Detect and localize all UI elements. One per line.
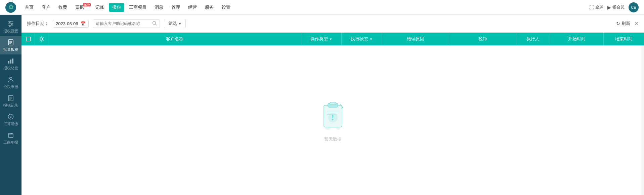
empty-state: ! 暂无数据: [318, 99, 348, 142]
svg-point-28: [41, 38, 43, 40]
top-nav-right: ⛶ 全屏 ▶ 畅会员 CE: [589, 2, 639, 12]
settlement-icon: ¥: [7, 113, 14, 120]
svg-rect-23: [10, 133, 10, 134]
svg-rect-12: [8, 61, 9, 64]
search-input[interactable]: [96, 21, 150, 26]
svg-point-39: [336, 128, 340, 129]
search-wrapper: [93, 20, 160, 28]
overview-icon: [7, 57, 14, 65]
sort-icon-status: ▼: [370, 37, 373, 41]
filter-label: 筛选: [168, 21, 177, 27]
svg-rect-31: [330, 102, 336, 105]
close-button[interactable]: ✕: [634, 21, 639, 26]
sidebar-label-baoshui-jilu: 报税记录: [3, 103, 18, 108]
svg-text:¥: ¥: [9, 115, 12, 119]
nav-bookkeeping[interactable]: 记账: [92, 3, 108, 12]
svg-point-5: [9, 21, 10, 23]
nav-items: 首页 客户 收费 票据 new 记账 报税 工商项目 消息 管理 经营 服务 设…: [22, 3, 589, 12]
content-area: 操作日期： 2023-06-06 📅 筛选 ▼ ↻: [22, 15, 644, 195]
filter-button[interactable]: 筛选 ▼: [164, 19, 186, 28]
header-checkbox[interactable]: [26, 37, 31, 41]
sidebar-label-baoshui-shezhi: 报税设置: [3, 29, 18, 33]
sidebar-item-huisuan-jiaona[interactable]: ¥ 汇算清缴: [0, 110, 22, 129]
main-layout: 报税设置 批量报税 报税总览: [0, 15, 644, 195]
svg-point-6: [11, 23, 12, 25]
batch-tax-icon: [7, 39, 14, 46]
fullscreen-label: 全屏: [595, 4, 603, 10]
nav-message[interactable]: 消息: [151, 3, 167, 12]
sidebar-item-geshui-shenbao[interactable]: 个税申报: [0, 73, 22, 92]
sidebar-label-gongshang-nianbao: 工商年报: [3, 140, 18, 145]
sort-icon-operation: ▼: [329, 37, 333, 41]
nav-tax[interactable]: 报税: [109, 3, 124, 12]
nav-business[interactable]: 工商项目: [126, 3, 150, 12]
svg-rect-24: [11, 133, 12, 134]
member-btn[interactable]: ▶ 畅会员: [607, 4, 625, 10]
svg-rect-13: [10, 60, 11, 64]
svg-rect-22: [8, 133, 13, 138]
avatar[interactable]: CE: [629, 2, 639, 12]
sidebar-item-baoshui-jilu[interactable]: 报税记录: [0, 92, 22, 110]
member-label: 畅会员: [612, 4, 625, 10]
fullscreen-icon: ⛶: [589, 5, 594, 10]
chevron-down-icon: ▼: [178, 22, 182, 26]
table-body: ! 暂无数据: [22, 45, 644, 195]
data-table: 客户名称 操作类型 ▼ 执行状态 ▼ 错误原因 税种 执行人 开始时间 结束时间: [22, 33, 644, 195]
nav-service[interactable]: 服务: [202, 3, 217, 12]
nav-invoice[interactable]: 票据 new: [72, 3, 91, 12]
th-tax-type: 税种: [449, 33, 516, 45]
th-start-time: 开始时间: [550, 33, 604, 45]
scrollbar[interactable]: [641, 45, 644, 195]
nav-operation[interactable]: 经营: [185, 3, 200, 12]
person-tax-icon: [7, 76, 14, 83]
annual-report-icon: [7, 131, 14, 139]
sidebar-item-piliang-baoshui[interactable]: 批量报税: [0, 36, 22, 54]
th-executor: 执行人: [516, 33, 550, 45]
sidebar-item-gongshang-nianbao[interactable]: 工商年报: [0, 129, 22, 147]
member-icon: ▶: [607, 5, 611, 10]
toolbar: 操作日期： 2023-06-06 📅 筛选 ▼ ↻: [22, 15, 644, 33]
sidebar-item-baoshui-zonlan[interactable]: 报税总览: [0, 54, 22, 73]
nav-fee[interactable]: 收费: [55, 3, 71, 12]
settings-icon: [7, 20, 14, 28]
refresh-icon: ↻: [616, 21, 620, 26]
nav-settings[interactable]: 设置: [218, 3, 234, 12]
date-picker[interactable]: 2023-06-06 📅: [53, 20, 89, 28]
nav-manage[interactable]: 管理: [168, 3, 183, 12]
record-icon: [7, 94, 14, 102]
sidebar-label-piliang-baoshui: 批量报税: [3, 47, 18, 52]
sidebar-label-geshui-shenbao: 个税申报: [3, 85, 18, 89]
nav-home[interactable]: 首页: [22, 3, 37, 12]
app-logo[interactable]: ✿: [5, 2, 16, 13]
svg-text:!: !: [332, 114, 334, 121]
fullscreen-btn[interactable]: ⛶ 全屏: [589, 4, 603, 10]
new-badge: new: [83, 3, 91, 6]
th-checkbox[interactable]: [22, 33, 35, 45]
date-label: 操作日期：: [27, 21, 49, 27]
th-operation-type[interactable]: 操作类型 ▼: [301, 33, 342, 45]
sidebar-label-huisuan-jiaona: 汇算清缴: [3, 122, 18, 126]
sidebar-item-baoshui-shezhi[interactable]: 报税设置: [0, 17, 22, 36]
refresh-button[interactable]: ↻ 刷新: [616, 21, 630, 27]
sidebar-label-baoshui-zonlan: 报税总览: [3, 66, 18, 70]
svg-point-15: [10, 77, 12, 79]
sidebar: 报税设置 批量报税 报税总览: [0, 15, 22, 195]
th-customer-name: 客户名称: [48, 33, 301, 45]
top-nav: ✿ 首页 客户 收费 票据 new 记账 报税 工商项目 消息 管理 经营 服务…: [0, 0, 644, 15]
th-exec-status[interactable]: 执行状态 ▼: [342, 33, 382, 45]
svg-point-7: [9, 25, 10, 27]
svg-text:✿: ✿: [8, 4, 13, 10]
table-header: 客户名称 操作类型 ▼ 执行状态 ▼ 错误原因 税种 执行人 开始时间 结束时间: [22, 33, 644, 45]
search-icon: [152, 21, 157, 27]
svg-line-27: [155, 24, 157, 25]
th-end-time: 结束时间: [604, 33, 644, 45]
nav-customer[interactable]: 客户: [38, 3, 54, 12]
calendar-icon: 📅: [80, 21, 86, 26]
empty-text: 暂无数据: [324, 136, 342, 142]
th-settings: [35, 33, 48, 45]
svg-rect-14: [12, 58, 13, 64]
th-error-reason: 错误原因: [382, 33, 449, 45]
date-value: 2023-06-06: [56, 21, 78, 26]
refresh-label: 刷新: [621, 21, 630, 27]
svg-point-38: [325, 128, 331, 130]
